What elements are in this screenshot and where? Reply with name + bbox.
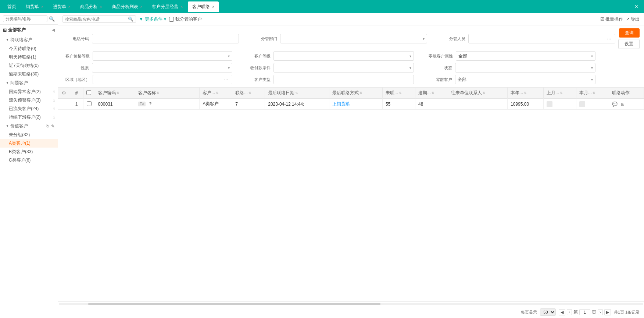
th-settings[interactable]: ⚙ [58,88,70,99]
search-icon[interactable]: 🔍 [128,17,133,22]
td-code: 000031 [95,99,135,110]
nav-tab-analysis-list[interactable]: 商品分析列表 × [107,1,147,12]
window-close-button[interactable]: × [632,3,641,10]
th-this-month[interactable]: 本月... ⇅ [576,88,609,99]
query-button[interactable]: 查询 [619,28,640,38]
sidebar-search-icon[interactable]: 🔍 [49,16,55,22]
nav-tab-analysis-close[interactable]: × [100,5,102,9]
search-input[interactable] [65,17,126,21]
filter-region-select[interactable]: ··· [93,75,232,84]
bottom-bar: 每页显示 50 ◀ ‹ 第 页 › ▶ 共1页 1条记录 [58,306,644,318]
page-size-select[interactable]: 50 [540,308,556,316]
row-action-grid[interactable]: ⊞ [621,102,625,107]
th-last-method-sort: ⇅ [359,91,362,95]
nav-tab-purchase-close[interactable]: × [68,5,71,9]
filter-customer-grade-select[interactable]: ▾ [273,51,414,61]
my-customers-check[interactable] [169,17,174,22]
td-this-year: 10995.00 [508,99,544,110]
th-name[interactable]: 客户名称 ⇅ [135,88,199,99]
nav-tab-customer-contact[interactable]: 客户联络 × [188,1,219,12]
settings-gear-icon[interactable]: ⚙ [62,90,66,96]
sidebar-item-churned[interactable]: 已流失客户(24) ℹ [0,105,58,113]
filter-row-2: 客户价格等级 ▾ 客户等级 ▾ 零散客户属性 全部 [62,51,640,61]
nav-tab-customer-contact-close[interactable]: × [212,5,214,9]
th-code[interactable]: 客户编码 ⇅ [95,88,135,99]
th-last-month[interactable]: 上月... ⇅ [543,88,576,99]
prev-page-button[interactable]: ‹ [567,309,572,315]
th-visits[interactable]: 往来单位联系人 ⇅ [448,88,508,99]
filter-status-label: 状态 [426,65,455,71]
filter-nature-select[interactable]: ▾ [92,63,232,73]
sidebar-search-input[interactable] [3,15,47,22]
nav-tab-home[interactable]: 首页 [3,1,21,12]
nav-tab-sales[interactable]: 销货单 × [21,1,48,12]
th-last-date[interactable]: 最后联络日期 ⇅ [265,88,329,99]
settings-button[interactable]: 设置 [618,39,640,49]
th-contact[interactable]: 联络... ⇅ [232,88,265,99]
filter-phone-input[interactable] [92,34,239,43]
filter-retail-customer-select[interactable]: 全部 ▾ [455,75,595,84]
filter-price-grade-select[interactable]: ▾ [93,51,232,61]
nav-tab-sales-close[interactable]: × [41,5,43,9]
filter-dept-select[interactable]: ▾ [280,34,427,43]
th-overdue[interactable]: 逾期... ⇅ [415,88,448,99]
export-button[interactable]: ↗ 导出 [626,16,640,22]
export-icon: ↗ [626,17,630,22]
filter-retail-attr-select[interactable]: 全部 ▾ [456,51,595,61]
th-this-year[interactable]: 本年... ⇅ [508,88,544,99]
sidebar-item-ungroup[interactable]: 未分组(32) [0,131,58,139]
page-input[interactable] [579,309,590,315]
sidebar-item-tomorrow[interactable]: 明天待联络(1) [0,53,58,61]
sidebar-item-class-b[interactable]: B类客户(33) [0,148,58,156]
th-last-method-label: 最后联络方式 [332,90,359,96]
filter-person-dots[interactable]: ··· [605,36,613,42]
nav-tab-analysis-list-close[interactable]: × [140,5,143,9]
nav-tab-purchase[interactable]: 进货单 × [49,1,75,12]
my-customers-checkbox[interactable]: 我分管的客户 [169,16,202,22]
sidebar-problem-group[interactable]: ▼ 问题客户 [0,78,58,88]
sidebar-value-group[interactable]: ▼ 价值客户 ↻ ✎ [0,121,58,131]
row-action-chat[interactable]: 💬 [612,102,618,107]
last-page-button[interactable]: ▶ [604,309,611,315]
filter-row-4: 区域（地区） ··· 客户类型 零散客户 全部 [62,75,640,84]
sidebar-value-refresh-icon[interactable]: ↻ [46,124,50,129]
filter-customer-type-select[interactable] [273,75,414,84]
sidebar-all-customers[interactable]: ⊞ 全部客户 ◀ [0,25,58,35]
sidebar-item-declining[interactable]: 持续下滑客户(2) ℹ [0,113,58,121]
row-name: ？ [148,101,153,106]
th-no-contact-sort: ⇅ [399,91,402,95]
row-checkbox[interactable] [87,101,92,106]
sidebar-item-class-a[interactable]: A类客户(1) [0,139,58,148]
sidebar-item-today[interactable]: 今天待联络(0) [0,45,58,53]
batch-op-button[interactable]: ☑ 批量操作 [600,16,623,22]
nav-tab-customer-segment-close[interactable]: × [180,5,183,9]
first-page-button[interactable]: ◀ [559,309,565,315]
horizontal-scrollbar[interactable] [58,301,644,306]
sidebar-item-overdue[interactable]: 逾期未联络(30) [0,70,58,78]
th-last-date-label: 最后联络日期 [268,90,294,96]
th-this-year-label: 本年... [511,90,523,96]
select-all-checkbox[interactable] [86,90,91,95]
filter-person-select[interactable]: ··· [468,34,615,43]
row-last-method[interactable]: 下销货单 [332,101,350,106]
more-filter-button[interactable]: ▼ 更多条件 ▾ [139,16,166,22]
nav-tab-customer-segment[interactable]: 客户分层经营 × [147,1,187,12]
sidebar-collapse-icon[interactable]: ◀ [52,28,55,32]
filter-payment-select[interactable]: ▾ [273,63,414,73]
sidebar-pending-group[interactable]: ▼ 待联络客户 [0,35,58,45]
th-type[interactable]: 客户... ⇅ [200,88,232,99]
sidebar-item-repurchase[interactable]: 回购异常客户(2) ℹ [0,88,58,96]
sidebar-item-7days[interactable]: 近7天待联络(0) [0,61,58,70]
nav-tab-analysis[interactable]: 商品分析 × [76,1,107,12]
filter-region-dots[interactable]: ··· [222,77,230,82]
sidebar-item-class-c[interactable]: C类客户(6) [0,156,58,165]
sidebar-item-churn-warning[interactable]: 流失预警客户(3) ℹ [0,96,58,105]
td-no-contact: 55 [382,99,415,110]
next-page-button[interactable]: › [598,309,603,315]
nav-tab-customer-contact-label: 客户联络 [192,4,210,10]
sidebar-value-edit-icon[interactable]: ✎ [51,124,55,129]
th-no-contact[interactable]: 未联... ⇅ [382,88,415,99]
page-label: 第 [573,309,578,315]
filter-status-select[interactable]: ▾ [455,63,595,73]
th-last-method[interactable]: 最后联络方式 ⇅ [329,88,383,99]
